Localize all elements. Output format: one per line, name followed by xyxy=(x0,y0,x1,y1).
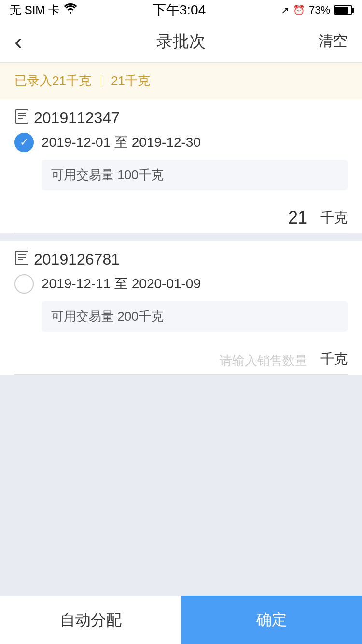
back-button[interactable]: ‹ xyxy=(14,28,43,55)
batch-date-2: 2019-12-11 至 2020-01-09 xyxy=(42,275,201,293)
batch-card-1: 2019112347 ✓ 2019-12-01 至 2019-12-30 可用交… xyxy=(0,99,362,233)
confirm-button[interactable]: 确定 xyxy=(181,596,362,644)
status-left: 无 SIM 卡 xyxy=(10,2,77,18)
avail-box-1: 可用交易量 100千克 xyxy=(42,160,348,190)
batch-doc-icon-2 xyxy=(14,251,29,268)
summary-value: 21千克 xyxy=(111,72,150,89)
batch-card-2: 2019126781 2019-12-11 至 2020-01-09 可用交易量… xyxy=(0,241,362,375)
status-time: 下午3:04 xyxy=(153,1,206,19)
status-right: ↗ ⏰ 73% xyxy=(281,4,352,16)
page-title: 录批次 xyxy=(156,30,206,53)
batch-id-2: 2019126781 xyxy=(34,251,120,268)
radio-1[interactable]: ✓ xyxy=(14,133,34,152)
footer: 自动分配 确定 xyxy=(0,596,362,644)
amount-input-2[interactable] xyxy=(218,349,315,369)
alarm-icon: ⏰ xyxy=(293,4,305,16)
radio-2[interactable] xyxy=(14,274,34,294)
batch-date-1: 2019-12-01 至 2019-12-30 xyxy=(42,133,201,152)
batch-id-1: 2019112347 xyxy=(34,109,120,127)
nav-bar: ‹ 录批次 清空 xyxy=(0,20,362,63)
summary-label: 已录入21千克 xyxy=(14,72,91,89)
batch-date-row-2[interactable]: 2019-12-11 至 2020-01-09 xyxy=(14,274,348,294)
battery-icon xyxy=(334,5,352,15)
amount-input-1[interactable] xyxy=(218,208,315,228)
status-bar: 无 SIM 卡 下午3:04 ↗ ⏰ 73% xyxy=(0,0,362,20)
clear-button[interactable]: 清空 xyxy=(319,31,348,51)
batch-doc-icon-1 xyxy=(14,109,29,127)
section-gap xyxy=(0,233,362,241)
carrier-text: 无 SIM 卡 xyxy=(10,2,60,18)
wifi-icon xyxy=(64,3,77,17)
amount-unit-2: 千克 xyxy=(320,350,348,368)
battery-percent: 73% xyxy=(309,4,330,16)
location-icon: ↗ xyxy=(281,4,289,16)
batch-id-row-2: 2019126781 xyxy=(14,251,348,268)
amount-row-1: 千克 xyxy=(0,200,362,228)
check-icon-1: ✓ xyxy=(20,136,28,149)
batch-date-row-1[interactable]: ✓ 2019-12-01 至 2019-12-30 xyxy=(14,133,348,152)
batch-id-row-1: 2019112347 xyxy=(14,109,348,127)
summary-divider xyxy=(101,75,101,87)
avail-box-2: 可用交易量 200千克 xyxy=(42,301,348,332)
amount-row-2: 千克 xyxy=(0,341,362,369)
amount-unit-1: 千克 xyxy=(320,209,348,227)
summary-banner: 已录入21千克 21千克 xyxy=(0,63,362,99)
auto-distribute-button[interactable]: 自动分配 xyxy=(0,596,181,644)
